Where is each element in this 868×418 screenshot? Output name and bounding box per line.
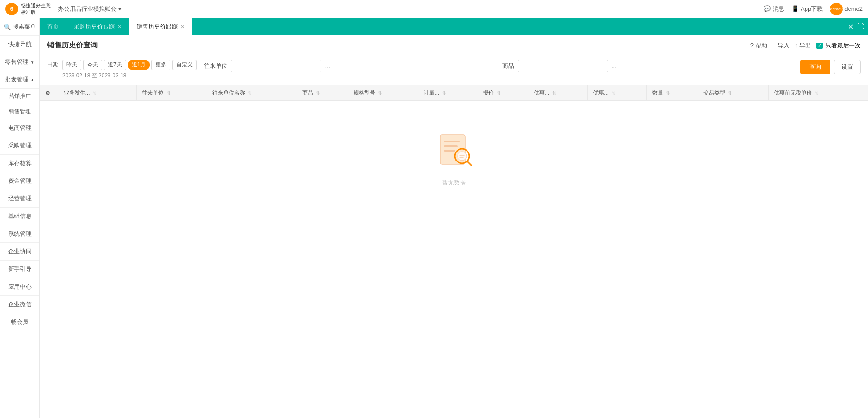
page-header: 销售历史价查询 ? 帮助 ↓ 导入 ↑ 导出 ✓ [40, 35, 868, 54]
sidebar-item-appcenter[interactable]: 应用中心 [0, 278, 39, 296]
chevron-down-icon: ▾ [118, 5, 122, 12]
svg-point-5 [458, 152, 467, 161]
setting-btn[interactable]: 设置 [834, 60, 861, 74]
sidebar-item-guide[interactable]: 新手引导 [0, 261, 39, 278]
th-price[interactable]: 报价 ⇅ [477, 86, 528, 101]
date-btn-more[interactable]: 更多 [151, 60, 170, 70]
filter-area: 日期 昨天 今天 近7天 近1月 更多 自定义 2023-02-18 至 202… [40, 54, 868, 86]
sidebar-item-finance[interactable]: 资金管理 [0, 172, 39, 190]
user-menu[interactable]: demo2 demo2 [830, 3, 863, 15]
partner-dots[interactable]: ... [325, 63, 330, 70]
tab-bar: 首页 采购历史价跟踪 ✕ 销售历史价跟踪 ✕ ✕ ⛶ [40, 18, 868, 35]
th-goods[interactable]: 商品 ⇅ [297, 86, 348, 101]
top-bar-right: 💬 消息 📱 App下载 demo2 demo2 [764, 3, 863, 15]
th-partner-code[interactable]: 往来单位 ⇅ [137, 86, 207, 101]
maximize-icon[interactable]: ⛶ [857, 23, 864, 31]
message-btn[interactable]: 💬 消息 [764, 5, 784, 13]
goods-dots[interactable]: ... [612, 63, 617, 70]
tab-sales-history[interactable]: 销售历史价跟踪 ✕ [129, 18, 192, 35]
sidebar-item-operation[interactable]: 经营管理 [0, 190, 39, 208]
goods-label: 商品 [502, 62, 514, 70]
sidebar-item-inventory[interactable]: 库存核算 [0, 155, 39, 172]
svg-rect-2 [444, 145, 458, 147]
svg-rect-3 [444, 150, 455, 152]
company-selector[interactable]: 办公用品行业模拟账套 ▾ [54, 5, 125, 13]
sort-icon-discount2: ⇅ [612, 90, 615, 95]
date-btn-7days[interactable]: 近7天 [104, 60, 126, 70]
date-btn-1month[interactable]: 近1月 [128, 60, 150, 70]
date-filter-group: 日期 昨天 今天 近7天 近1月 更多 自定义 2023-02-18 至 202… [47, 60, 197, 80]
th-gear[interactable]: ⚙ [40, 86, 58, 101]
table-area: ⚙ 业务发生... ⇅ 往来单位 ⇅ 往来单位名称 ⇅ [40, 86, 868, 418]
sidebar-item-member[interactable]: 畅会员 [0, 314, 39, 331]
empty-illustration [431, 128, 476, 173]
date-buttons: 昨天 今天 近7天 近1月 更多 自定义 [62, 60, 197, 70]
logo-area: 6 畅捷通好生意 标准版 [5, 2, 51, 15]
sort-icon-pretax: ⇅ [815, 90, 818, 95]
th-spec[interactable]: 规格型号 ⇅ [348, 86, 418, 101]
sidebar-item-search-menu[interactable]: 🔍 搜索菜单 [0, 18, 39, 36]
sidebar-item-wholesale[interactable]: 批发管理 ▲ [0, 71, 39, 89]
sidebar-item-basic[interactable]: 基础信息 [0, 208, 39, 225]
sidebar-item-purchase[interactable]: 采购管理 [0, 137, 39, 155]
message-icon: 💬 [764, 5, 771, 12]
data-table: ⚙ 业务发生... ⇅ 往来单位 ⇅ 往来单位名称 ⇅ [40, 86, 868, 101]
only-last-checkbox[interactable]: ✓ [816, 43, 823, 49]
th-biz-date[interactable]: 业务发生... ⇅ [58, 86, 137, 101]
th-qty[interactable]: 数量 ⇅ [647, 86, 698, 101]
sort-icon-unit: ⇅ [442, 90, 446, 95]
date-btn-custom[interactable]: 自定义 [172, 60, 197, 70]
close-window-icon[interactable]: ✕ [848, 23, 854, 31]
sort-icon-partner-name: ⇅ [248, 90, 251, 95]
logo-icon: 6 [5, 3, 18, 15]
close-tab-purchase-icon[interactable]: ✕ [118, 24, 122, 30]
th-discount1[interactable]: 优惠... ⇅ [528, 86, 588, 101]
empty-state: 暂无数据 [40, 101, 868, 214]
content-area: 首页 采购历史价跟踪 ✕ 销售历史价跟踪 ✕ ✕ ⛶ 销售历史价查询 [40, 18, 868, 418]
table-header-row: ⚙ 业务发生... ⇅ 往来单位 ⇅ 往来单位名称 ⇅ [40, 86, 868, 101]
date-options: 昨天 今天 近7天 近1月 更多 自定义 2023-02-18 至 2023-0… [62, 60, 197, 80]
date-btn-today[interactable]: 今天 [83, 60, 102, 70]
th-trade-type[interactable]: 交易类型 ⇅ [698, 86, 769, 101]
partner-input[interactable] [231, 60, 321, 72]
empty-text: 暂无数据 [442, 179, 466, 187]
sidebar-item-enterprise[interactable]: 企业协同 [0, 243, 39, 261]
tab-home[interactable]: 首页 [40, 18, 66, 35]
date-btn-yesterday[interactable]: 昨天 [62, 60, 81, 70]
tab-bar-actions: ✕ ⛶ [848, 23, 868, 31]
svg-rect-1 [444, 141, 460, 142]
close-tab-sales-icon[interactable]: ✕ [180, 24, 184, 30]
query-btn[interactable]: 查询 [800, 60, 830, 74]
top-bar: 6 畅捷通好生意 标准版 办公用品行业模拟账套 ▾ 💬 消息 📱 App下载 d… [0, 0, 868, 18]
top-bar-left: 6 畅捷通好生意 标准版 办公用品行业模拟账套 ▾ [5, 2, 125, 15]
app-download-btn[interactable]: 📱 App下载 [792, 5, 823, 13]
th-partner-name[interactable]: 往来单位名称 ⇅ [207, 86, 297, 101]
sort-icon-qty: ⇅ [666, 90, 670, 95]
import-btn[interactable]: ↓ 导入 [773, 42, 789, 50]
export-btn[interactable]: ↑ 导出 [795, 42, 811, 50]
main-layout: 🔍 搜索菜单 快捷导航 零售管理 ▼ 批发管理 ▲ 营销推广 销售管理 电商管理… [0, 18, 868, 418]
th-unit[interactable]: 计量... ⇅ [418, 86, 477, 101]
sidebar-item-retail[interactable]: 零售管理 ▼ [0, 53, 39, 71]
page-header-actions: ? 帮助 ↓ 导入 ↑ 导出 ✓ 只看最后一次 [750, 42, 861, 50]
only-last-checkbox-area[interactable]: ✓ 只看最后一次 [816, 42, 861, 50]
sidebar-item-ecommerce[interactable]: 电商管理 [0, 119, 39, 137]
tab-purchase-history[interactable]: 采购历史价跟踪 ✕ [66, 18, 129, 35]
sidebar-item-wechat[interactable]: 企业微信 [0, 296, 39, 314]
partner-filter-group: 往来单位 ... [204, 60, 495, 72]
sidebar: 🔍 搜索菜单 快捷导航 零售管理 ▼ 批发管理 ▲ 营销推广 销售管理 电商管理… [0, 18, 40, 418]
sidebar-item-marketing[interactable]: 营销推广 [0, 89, 39, 104]
sort-icon-spec: ⇅ [378, 90, 382, 95]
sidebar-item-sales[interactable]: 销售管理 [0, 104, 39, 119]
sidebar-item-system[interactable]: 系统管理 [0, 225, 39, 243]
th-discount2[interactable]: 优惠... ⇅ [588, 86, 647, 101]
help-btn[interactable]: ? 帮助 [750, 42, 767, 50]
goods-input[interactable] [518, 60, 608, 72]
logo-text: 畅捷通好生意 标准版 [21, 2, 51, 15]
sidebar-item-quick-nav[interactable]: 快捷导航 [0, 36, 39, 53]
date-label: 日期 [47, 60, 59, 69]
th-pretax-price[interactable]: 优惠前无税单价 ⇅ [768, 86, 868, 101]
export-icon: ↑ [795, 42, 798, 49]
filter-actions: 查询 设置 [800, 60, 861, 74]
import-icon: ↓ [773, 42, 776, 49]
